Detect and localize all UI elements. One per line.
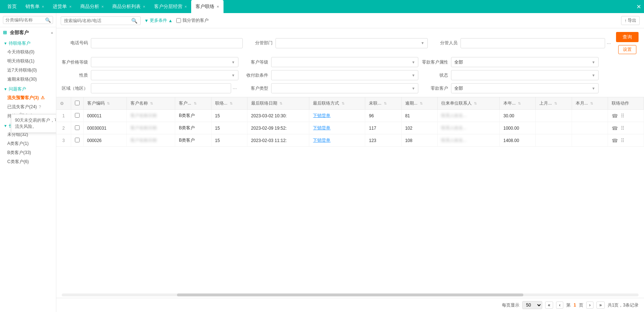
region-input[interactable] — [91, 83, 231, 93]
sidebar-item-overdue[interactable]: 逾期未联络(30) — [0, 75, 56, 84]
tab-home[interactable]: 首页 — [3, 0, 21, 13]
cell-last-contact-date: 2023-02-03 11:12: — [247, 134, 309, 147]
query-button[interactable]: 查询 — [616, 32, 639, 42]
scrollbar-thumb[interactable] — [177, 293, 523, 296]
current-page-number: 1 — [573, 303, 576, 308]
action-contact-icon[interactable]: ☎ — [612, 113, 618, 119]
sidebar-item-today[interactable]: 今天待联络(0) — [0, 48, 56, 57]
my-customers-checkbox[interactable] — [176, 18, 181, 23]
sidebar-item-class-a[interactable]: A类客户(1) — [0, 139, 56, 148]
gender-select[interactable]: ▼ — [91, 70, 238, 80]
settings-button[interactable]: 设置 — [618, 45, 636, 54]
sidebar-item-churned[interactable]: 已流失客户(24) ? — [0, 102, 56, 112]
cell-checkbox[interactable] — [71, 110, 83, 122]
phone-input[interactable] — [91, 38, 243, 48]
more-conditions-button[interactable]: ▼ 更多条件 ▲ — [144, 17, 173, 24]
status-select[interactable]: ▼ — [451, 70, 599, 80]
zero-sale-attr-select[interactable]: 全部 ▼ — [451, 57, 599, 67]
cell-this-month — [572, 122, 608, 134]
cell-name: 客户名称示例 — [126, 134, 175, 147]
sort-icon-ty[interactable]: ⇅ — [518, 101, 521, 105]
payment-select[interactable]: ▼ — [271, 70, 419, 80]
sidebar-item-tomorrow[interactable]: 明天待联络(1) — [0, 57, 56, 66]
sort-icon-lm[interactable]: ⇅ — [554, 101, 557, 105]
filter-bar: 🔍 ▼ 更多条件 ▲ 我分管的客户 ↑ 导出 — [56, 13, 644, 28]
sort-icon-tm[interactable]: ⇅ — [590, 101, 593, 105]
sort-icon-lcm[interactable]: ⇅ — [342, 101, 345, 105]
cell-last-contact-method[interactable]: 下销货单 — [309, 134, 365, 147]
customer-type-select[interactable]: ▼ — [271, 83, 419, 93]
action-contact-icon[interactable]: ☎ — [612, 125, 618, 131]
price-level-select[interactable]: ▼ — [91, 57, 238, 67]
page-of-label: 页 — [579, 302, 583, 308]
search-input[interactable] — [64, 18, 131, 23]
warning-icon: ⚠ — [41, 95, 45, 100]
region-more-icon[interactable]: ··· — [231, 85, 238, 91]
settings-icon[interactable]: ⚙ — [60, 101, 64, 106]
next-page-button[interactable]: › — [586, 301, 593, 309]
department-select[interactable]: ▼ — [275, 38, 427, 48]
sidebar-item-7days[interactable]: 近7天待联络(0) — [0, 66, 56, 75]
tab-customer-contact[interactable]: 客户联络 × — [191, 0, 223, 13]
tab-purchase[interactable]: 进货单 × — [48, 0, 76, 13]
sidebar-all-customers[interactable]: ⊞ 全部客户 « — [0, 27, 56, 38]
sidebar-item-class-c[interactable]: C类客户(6) — [0, 157, 56, 166]
sidebar-pending-contact-group[interactable]: ▼ 待联络客户 — [0, 38, 56, 48]
close-purchase-tab[interactable]: × — [69, 4, 71, 9]
tab-analysis[interactable]: 商品分析 × — [76, 0, 108, 13]
action-more-icon[interactable]: ⠿ — [621, 138, 624, 143]
cell-checkbox[interactable] — [71, 134, 83, 147]
sidebar-problem-customers-group[interactable]: ▼ 问题客户 — [0, 84, 56, 93]
close-analysis-tab[interactable]: × — [101, 4, 104, 9]
select-all-checkbox[interactable] — [75, 101, 80, 105]
my-customers-checkbox-area: 我分管的客户 — [176, 17, 209, 24]
cell-overdue: 108 — [401, 134, 437, 147]
close-sales-tab[interactable]: × — [42, 4, 44, 9]
sort-icon-code[interactable]: ⇅ — [107, 101, 110, 105]
th-lm-label: 上月... — [539, 101, 552, 106]
tab-sales[interactable]: 销售单 × — [21, 0, 48, 13]
sort-icon-cp[interactable]: ⇅ — [474, 101, 477, 105]
zero-sale-select[interactable]: 全部 ▼ — [451, 83, 599, 93]
cell-this-month — [572, 134, 608, 147]
dropdown-arrow-status: ▼ — [592, 73, 595, 77]
th-type-label: 客户... — [179, 101, 191, 106]
close-customer-contact-tab[interactable]: × — [217, 4, 219, 9]
action-contact-icon[interactable]: ☎ — [612, 138, 618, 143]
tab-analysis-list[interactable]: 商品分析列表 × — [108, 0, 149, 13]
prev-page-button[interactable]: ‹ — [556, 301, 563, 309]
cell-last-contact-method[interactable]: 下销货单 — [309, 122, 365, 134]
last-page-button[interactable]: » — [596, 301, 605, 309]
cell-action: ☎ ⠿ — [608, 110, 644, 122]
action-more-icon[interactable]: ⠿ — [621, 125, 624, 131]
manager-more-icon[interactable]: ··· — [605, 40, 612, 46]
cell-checkbox[interactable] — [71, 122, 83, 134]
first-page-button[interactable]: « — [545, 301, 554, 309]
per-page-select[interactable]: 50 100 200 — [522, 301, 542, 309]
action-more-icon[interactable]: ⠿ — [621, 113, 624, 119]
manager-select[interactable] — [460, 38, 605, 48]
export-button[interactable]: ↑ 导出 — [621, 16, 640, 25]
dropdown-arrow-gender: ▼ — [232, 73, 235, 77]
cell-last-contact-method[interactable]: 下销货单 — [309, 110, 365, 122]
cell-action: ☎ ⠿ — [608, 134, 644, 147]
scrollbar-track[interactable] — [62, 293, 639, 296]
sort-icon-type[interactable]: ⇅ — [194, 101, 197, 105]
sort-icon-lcd[interactable]: ⇅ — [279, 101, 282, 105]
sort-icon-name[interactable]: ⇅ — [150, 101, 153, 105]
sidebar-item-churn-warning[interactable]: 流失预警客户(3) ⚠ — [0, 93, 56, 102]
search-button[interactable]: 🔍 — [131, 18, 137, 24]
window-close-button[interactable]: ✕ — [636, 3, 641, 10]
close-customer-mgmt-tab[interactable]: × — [185, 4, 187, 9]
sidebar-item-class-b[interactable]: B类客户(33) — [0, 148, 56, 157]
tab-customer-mgmt[interactable]: 客户分层经营 × — [150, 0, 191, 13]
sort-icon-od[interactable]: ⇅ — [420, 101, 423, 105]
table-row: 200030031客户名称示例B类客户152023-02-09 19:52:下销… — [56, 122, 644, 134]
cell-last-contact-date: 2023-02-09 19:52: — [247, 122, 309, 134]
close-analysis-list-tab[interactable]: × — [143, 4, 145, 9]
cell-contact-person: 联系人姓名... — [437, 122, 499, 134]
sort-icon-nc[interactable]: ⇅ — [384, 101, 387, 105]
sort-icon-contact[interactable]: ⇅ — [230, 101, 233, 105]
customer-level-select[interactable]: ▼ — [271, 57, 419, 67]
department-label: 分管部门 — [246, 40, 275, 46]
